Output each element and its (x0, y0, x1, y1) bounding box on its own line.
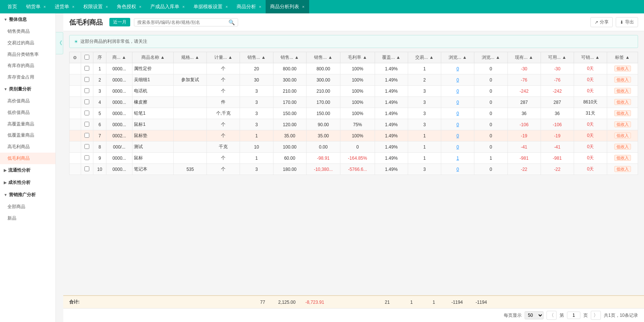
row-browse1[interactable]: 0 (441, 108, 474, 119)
sidebar-item-low-margin[interactable]: 低毛利商品 (0, 153, 55, 164)
nav-roles[interactable]: 角色授权 × (112, 0, 146, 13)
row-browse1[interactable]: 0 (441, 63, 474, 74)
sidebar-item-all-goods[interactable]: 全部商品 (0, 201, 55, 213)
col-tag[interactable]: 标签 ▲ (607, 52, 638, 63)
nav-products-close[interactable]: × (182, 4, 185, 9)
page-input[interactable] (567, 312, 580, 319)
row-current: 287 (507, 97, 541, 108)
row-checkbox[interactable] (81, 74, 93, 86)
prev-page-btn[interactable]: 〈 (547, 311, 557, 320)
row-browse1[interactable]: 0 (441, 97, 474, 108)
row-checkbox[interactable] (81, 119, 93, 130)
sidebar-item-stocked-goods[interactable]: 有库存的商品 (0, 60, 55, 71)
row-select-checkbox[interactable] (84, 133, 89, 138)
col-code[interactable]: 商... ▲ (106, 52, 132, 63)
col-settings[interactable]: ⚙ (70, 52, 81, 63)
nav-roles-close[interactable]: × (139, 4, 141, 9)
col-gross-margin[interactable]: 毛利率 ▲ (340, 52, 375, 63)
col-browse1[interactable]: 浏览... ▲ (441, 52, 474, 63)
col-spec[interactable]: 规格... ▲ (174, 52, 207, 63)
sidebar-item-high-margin[interactable]: 高毛利商品 (0, 141, 55, 153)
search-icon[interactable]: 🔍 (228, 19, 235, 25)
row-select-checkbox[interactable] (84, 66, 89, 71)
nav-sales[interactable]: 销货单 × (22, 0, 50, 13)
row-select-checkbox[interactable] (84, 88, 89, 93)
row-browse1[interactable]: 1 (441, 153, 474, 164)
nav-templates-close[interactable]: × (225, 4, 228, 9)
row-checkbox[interactable] (81, 108, 93, 119)
sidebar-group-growth[interactable]: ▶ 成长性分析 (0, 176, 55, 189)
row-unit: 个 (207, 63, 240, 74)
row-spec (174, 130, 207, 141)
col-unit[interactable]: 计量... ▲ (207, 52, 240, 63)
col-saleable[interactable]: 可销... ▲ (574, 52, 607, 63)
sidebar-item-low-value[interactable]: 低价值商品 (0, 107, 55, 118)
row-checkbox[interactable] (81, 164, 93, 175)
row-browse1[interactable]: 0 (441, 164, 474, 175)
sidebar-item-traded-goods[interactable]: 交易过的商品 (0, 37, 55, 49)
row-checkbox[interactable] (81, 86, 93, 97)
sidebar-group-liquidity[interactable]: ▶ 流通性分析 (0, 164, 55, 176)
row-browse1[interactable]: 0 (441, 74, 474, 86)
nav-goods-list-close[interactable]: × (302, 4, 304, 9)
sidebar-collapse-btn[interactable]: 《 (56, 32, 63, 54)
nav-templates[interactable]: 单据模板设置 × (189, 0, 232, 13)
sidebar-group-marketing[interactable]: ▼ 营销推广分析 (0, 189, 55, 201)
col-sales-price[interactable]: 销售... ▲ (273, 52, 306, 63)
col-sales-count[interactable]: 销售... ▲ (240, 52, 273, 63)
sidebar-item-new-goods[interactable]: 新品 (0, 213, 55, 224)
col-available[interactable]: 可用... ▲ (541, 52, 574, 63)
share-btn[interactable]: ↗ 分享 (590, 17, 613, 27)
row-checkbox[interactable] (81, 97, 93, 108)
row-select-checkbox[interactable] (84, 144, 89, 149)
nav-purchase[interactable]: 进货单 × (50, 0, 79, 13)
row-browse1[interactable]: 0 (441, 141, 474, 153)
sidebar-item-high-value[interactable]: 高价值商品 (0, 95, 55, 107)
row-select-checkbox[interactable] (84, 111, 89, 115)
row-browse1[interactable]: 0 (441, 119, 474, 130)
col-checkbox[interactable] (81, 52, 93, 63)
row-checkbox[interactable] (81, 63, 93, 74)
nav-goods-analysis[interactable]: 商品分析 × (232, 0, 266, 13)
search-input[interactable] (137, 20, 228, 25)
sidebar-item-high-coverage[interactable]: 高覆盖量商品 (0, 118, 55, 130)
nav-permissions[interactable]: 权限设置 × (79, 0, 112, 13)
nav-home[interactable]: 首页 (3, 0, 22, 13)
date-filter-btn[interactable]: 近一月 (109, 18, 130, 26)
col-coverage[interactable]: 覆盖... ▲ (375, 52, 408, 63)
row-unit: 千克 (207, 141, 240, 153)
nav-goods-list[interactable]: 商品分析列表 × (266, 0, 309, 13)
row-checkbox[interactable] (81, 130, 93, 141)
row-select-checkbox[interactable] (84, 155, 89, 160)
row-checkbox[interactable] (81, 153, 93, 164)
sidebar-item-sales-goods[interactable]: 销售类商品 (0, 26, 55, 37)
nav-purchase-close[interactable]: × (72, 4, 74, 9)
export-btn[interactable]: ⬇ 导出 (616, 17, 638, 27)
row-select-checkbox[interactable] (84, 77, 89, 82)
col-name[interactable]: 商品名称 ▲ (132, 52, 174, 63)
row-checkbox[interactable] (81, 141, 93, 153)
nav-products[interactable]: 产成品入库单 × (146, 0, 189, 13)
col-current[interactable]: 现有... ▲ (507, 52, 541, 63)
row-select-checkbox[interactable] (84, 166, 89, 171)
row-select-checkbox[interactable] (84, 122, 89, 127)
sidebar-item-category-sales-rate[interactable]: 商品分类销售率 (0, 49, 55, 60)
row-browse2: 0 (474, 97, 507, 108)
row-browse1[interactable]: 0 (441, 86, 474, 97)
col-browse2[interactable]: 浏览... ▲ (474, 52, 507, 63)
sidebar-group-category[interactable]: ▼ 类别量分析 (0, 83, 55, 95)
row-browse1[interactable]: 0 (441, 130, 474, 141)
nav-goods-analysis-close[interactable]: × (259, 4, 261, 9)
select-all-checkbox[interactable] (84, 55, 89, 60)
sidebar-item-low-coverage[interactable]: 低覆盖量商品 (0, 130, 55, 141)
row-sales-price: 35.00 (273, 130, 306, 141)
nav-permissions-close[interactable]: × (106, 4, 108, 9)
row-select-checkbox[interactable] (84, 99, 89, 104)
next-page-btn[interactable]: 〉 (591, 311, 601, 320)
sidebar-group-overall[interactable]: ▼ 整体信息 (0, 13, 55, 26)
col-sales-profit[interactable]: 销售... ▲ (306, 52, 340, 63)
sidebar-item-stock-capital[interactable]: 库存资金占用 (0, 71, 55, 83)
per-page-select[interactable]: 50 10 20 100 (525, 311, 544, 319)
nav-sales-close[interactable]: × (44, 4, 46, 9)
col-transaction[interactable]: 交易... ▲ (408, 52, 441, 63)
